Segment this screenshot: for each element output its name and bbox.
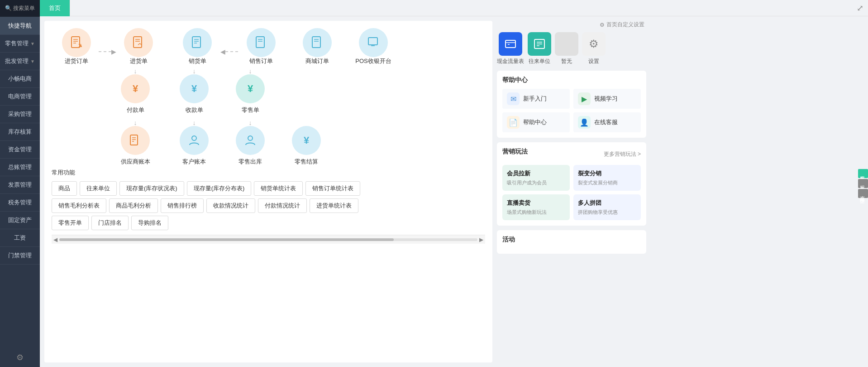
help-item-video[interactable]: ▶ 视频学习 [573, 89, 641, 109]
sidebar-item-ledger[interactable]: 总账管理 [0, 159, 40, 176]
sidebar-item-invoice[interactable]: 发票管理 [0, 176, 40, 194]
svg-rect-4 [134, 37, 142, 48]
btn-guide-rank[interactable]: 导购排名 [131, 216, 168, 230]
flow-circle-receipt[interactable]: ¥ [180, 74, 209, 103]
sidebar-settings-button[interactable]: ⚙ [0, 348, 40, 367]
help-center-title: 帮助中心 [502, 76, 641, 84]
sidebar-item-retail[interactable]: 零售管理 ▼ [0, 35, 40, 53]
quick-icon-settings[interactable]: ⚙ 设置 [582, 32, 606, 65]
flow-circle-payment[interactable]: ¥ [121, 74, 150, 103]
flow-circle-retail-settle[interactable]: ¥ [292, 126, 321, 155]
sidebar-item-tax[interactable]: 税务管理 [0, 194, 40, 212]
flow-node-mall-order[interactable]: 商城订单 [292, 28, 342, 65]
sidebar-item-label: 电商管理 [8, 92, 32, 101]
flow-node-pos[interactable]: POS收银开台 [348, 28, 398, 65]
marketing-item-desc: 吸引用户成为会员 [507, 179, 565, 186]
btn-inventory-status[interactable]: 现存量(库存状况表) [119, 181, 184, 196]
help-item-label: 帮助中心 [523, 118, 547, 126]
sidebar-item-ecommerce-small[interactable]: 小畅电商 [0, 70, 40, 88]
activity-card: 活动 [497, 230, 646, 254]
sidebar-item-label: 固定资产 [8, 216, 32, 224]
flow-node-purchase-order[interactable]: 进货订单 [52, 28, 101, 65]
btn-sales-order-stat[interactable]: 销售订单统计表 [305, 181, 360, 196]
beginner-icon: ✉ [507, 92, 520, 105]
flow-node-label: 商城订单 [305, 57, 329, 65]
common-functions-row3: 零售开单 门店排名 导购排名 [52, 216, 485, 230]
float-btn-desktop[interactable]: 桌面快捷 [858, 189, 868, 198]
scroll-track [59, 238, 477, 241]
sidebar-item-wholesale[interactable]: 批发管理 ▼ [0, 53, 40, 70]
sidebar-item-door[interactable]: 门禁管理 [0, 247, 40, 265]
sidebar-item-purchase[interactable]: 采购管理 [0, 106, 40, 123]
btn-goods[interactable]: 商品 [52, 181, 77, 196]
sidebar-item-label: 发票管理 [8, 181, 32, 189]
common-functions-row2: 销售毛利分析表 商品毛利分析 销售排行榜 收款情况统计 付款情况统计 进货单统计… [52, 198, 485, 213]
flow-circle-customer-account[interactable] [180, 126, 209, 155]
marketing-item-title: 多人拼团 [578, 199, 636, 207]
common-functions: 常用功能 商品 往来单位 现存量(库存状况表) 现存量(库存分布表) 销货单统计… [52, 169, 485, 230]
sidebar-quicknav-label: 快捷导航 [8, 22, 32, 30]
btn-retail-order[interactable]: 零售开单 [52, 216, 89, 230]
down-arrow-retail2: ↓ [249, 120, 252, 126]
flow-circle-retail-out[interactable] [236, 126, 265, 155]
btn-sale-stat[interactable]: 销货单统计表 [254, 181, 303, 196]
help-grid: ✉ 新手入门 ▶ 视频学习 📄 帮助中心 👤 在线客服 [502, 89, 641, 132]
search-icon: 🔍 [5, 5, 12, 11]
flow-node-sale[interactable]: 销货单 [172, 28, 222, 65]
help-item-service[interactable]: 👤 在线客服 [573, 112, 641, 132]
float-btn-service[interactable]: 客服热线 [858, 169, 868, 178]
quick-icon-empty[interactable]: 暂无 [555, 32, 578, 65]
marketing-more-link[interactable]: 更多营销玩法 > [604, 150, 641, 158]
btn-partners[interactable]: 往来单位 [80, 181, 117, 196]
svg-rect-11 [256, 37, 264, 48]
quick-icon-partner[interactable]: 往来单位 [528, 32, 551, 65]
sidebar-search-label: 搜索菜单 [13, 5, 35, 11]
btn-inventory-dist[interactable]: 现存量(库存分布表) [187, 181, 252, 196]
customize-label[interactable]: 首页自定义设置 [606, 21, 644, 29]
sidebar-item-assets[interactable]: 固定资产 [0, 212, 40, 229]
btn-sale-profit[interactable]: 销售毛利分析表 [52, 198, 106, 213]
marketing-item-fission[interactable]: 裂变分销 裂变式发展分销商 [573, 165, 641, 191]
sidebar-item-finance[interactable]: 资金管理 [0, 141, 40, 159]
flow-node-sales-order[interactable]: 销售订单 [236, 28, 286, 65]
quick-icon-cashflow[interactable]: 现金流量表 [497, 32, 524, 65]
btn-receipt-stat[interactable]: 收款情况统计 [206, 198, 255, 213]
sidebar-item-inventory[interactable]: 库存核算 [0, 123, 40, 141]
sidebar-item-label: 税务管理 [8, 198, 32, 207]
sidebar-search[interactable]: 🔍 搜索菜单 [0, 0, 40, 17]
help-item-label: 视频学习 [594, 95, 618, 103]
empty-icon-box [555, 32, 578, 56]
expand-button[interactable]: ⤢ [852, 3, 868, 13]
sidebar-item-salary[interactable]: 工资 [0, 229, 40, 247]
float-btn-community[interactable]: 服务社区 [858, 179, 868, 188]
marketing-item-title: 直播卖货 [507, 199, 565, 207]
scroll-right-btn[interactable]: ▶ [479, 237, 483, 243]
common-functions-title: 常用功能 [52, 169, 485, 177]
sidebar-item-label: 门禁管理 [8, 251, 32, 260]
scroll-left-btn[interactable]: ◀ [53, 237, 57, 243]
marketing-item-member[interactable]: 会员拉新 吸引用户成为会员 [502, 165, 570, 191]
tab-home[interactable]: 首页 [40, 0, 70, 16]
sidebar: 🔍 搜索菜单 快捷导航 零售管理 ▼ 批发管理 ▼ 小畅电商 电商管理 采购管理… [0, 0, 40, 367]
flow-circle-supplier-account[interactable] [121, 126, 150, 155]
svg-rect-26 [506, 40, 515, 48]
video-icon: ▶ [578, 92, 591, 105]
help-icon: 📄 [507, 116, 520, 129]
sidebar-item-quicknav[interactable]: 快捷导航 [0, 17, 40, 35]
marketing-item-group[interactable]: 多人拼团 拼团购物享受优惠 [573, 194, 641, 220]
flow-node-purchase[interactable]: 进货单 [114, 28, 163, 65]
btn-goods-profit[interactable]: 商品毛利分析 [109, 198, 158, 213]
help-item-label: 新手入门 [523, 95, 547, 103]
marketing-item-live[interactable]: 直播卖货 场景式购物新玩法 [502, 194, 570, 220]
btn-sale-rank[interactable]: 销售排行榜 [161, 198, 204, 213]
help-item-help[interactable]: 📄 帮助中心 [502, 112, 570, 132]
down-arrow-purchase: ↓ [134, 68, 137, 74]
scroll-bar: ◀ ▶ [52, 235, 485, 244]
flow-node-label: 销售订单 [249, 57, 273, 65]
btn-store-rank[interactable]: 门店排名 [91, 216, 129, 230]
flow-circle-retail[interactable]: ¥ [236, 74, 265, 103]
sidebar-item-ecommerce-mgmt[interactable]: 电商管理 [0, 88, 40, 106]
help-item-beginner[interactable]: ✉ 新手入门 [502, 89, 570, 109]
btn-payment-stat[interactable]: 付款情况统计 [258, 198, 307, 213]
btn-purchase-stat[interactable]: 进货单统计表 [310, 198, 358, 213]
